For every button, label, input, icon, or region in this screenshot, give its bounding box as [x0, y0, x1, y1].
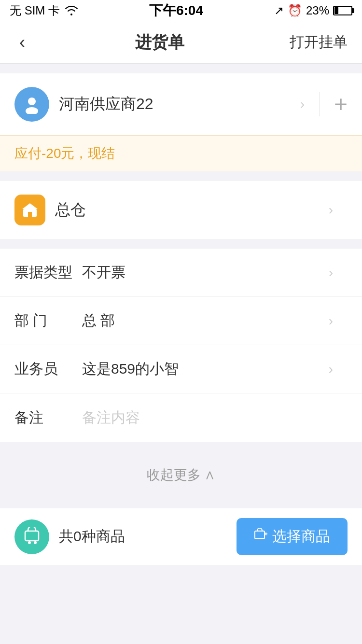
svg-rect-5 — [25, 531, 39, 541]
svg-point-7 — [34, 541, 37, 544]
salesperson-chevron: › — [329, 362, 333, 377]
svg-point-0 — [28, 98, 36, 105]
remark-row[interactable]: 备注 备注内容 — [0, 393, 362, 442]
warehouse-name: 总仓 — [55, 199, 329, 221]
product-icon-wrap — [14, 519, 49, 554]
supplier-row[interactable]: 河南供应商22 › + — [0, 73, 362, 135]
location-icon: ↗ — [274, 4, 284, 17]
invoice-type-value: 不开票 — [82, 263, 329, 282]
collapse-button[interactable]: 收起更多 ∧ — [0, 451, 362, 499]
add-cart-icon — [254, 528, 267, 542]
invoice-type-chevron: › — [329, 265, 333, 280]
add-supplier-button[interactable]: + — [334, 93, 348, 116]
alarm-icon: ⏰ — [288, 4, 302, 17]
vertical-divider — [319, 92, 320, 116]
salesperson-value: 这是859的小智 — [82, 359, 329, 379]
svg-rect-4 — [28, 212, 32, 217]
supplier-card: 河南供应商22 › + 应付-20元，现结 — [0, 73, 362, 171]
status-right: ↗ ⏰ 23% — [274, 4, 352, 17]
warehouse-row[interactable]: 总仓 › — [0, 181, 362, 239]
product-count-label: 共0种商品 — [59, 527, 237, 546]
carrier-label: 无 SIM 卡 — [10, 3, 60, 18]
select-product-icon — [254, 528, 267, 545]
collapse-label: 收起更多 ∧ — [147, 467, 216, 482]
supplier-name: 河南供应商22 — [59, 94, 300, 115]
notice-text: 应付-20元，现结 — [14, 146, 115, 161]
svg-point-1 — [26, 107, 38, 114]
select-product-button[interactable]: 选择商品 — [237, 518, 348, 555]
supplier-chevron-icon: › — [300, 97, 305, 112]
person-icon — [22, 95, 42, 114]
remark-label: 备注 — [14, 408, 82, 428]
svg-point-6 — [28, 541, 31, 544]
svg-rect-8 — [255, 531, 265, 539]
salesperson-label: 业务员 — [14, 359, 82, 379]
back-button[interactable]: ‹ — [14, 28, 30, 57]
wifi-icon — [65, 6, 78, 15]
status-left: 无 SIM 卡 — [10, 3, 78, 18]
cart-icon — [22, 527, 42, 546]
page-title: 进货单 — [135, 31, 184, 54]
invoice-type-label: 票据类型 — [14, 263, 82, 282]
notice-banner: 应付-20元，现结 — [0, 135, 362, 171]
battery-icon — [333, 6, 352, 15]
status-bar: 无 SIM 卡 下午6:04 ↗ ⏰ 23% — [0, 0, 362, 21]
remark-input[interactable]: 备注内容 — [82, 408, 348, 428]
department-row[interactable]: 部 门 总 部 › — [0, 297, 362, 345]
status-time: 下午6:04 — [149, 1, 203, 20]
department-label: 部 门 — [14, 311, 82, 331]
warehouse-chevron-icon: › — [329, 202, 333, 218]
salesperson-row[interactable]: 业务员 这是859的小智 › — [0, 345, 362, 393]
warehouse-icon-wrap — [14, 195, 45, 225]
invoice-type-row[interactable]: 票据类型 不开票 › — [0, 249, 362, 297]
nav-bar: ‹ 进货单 打开挂单 — [0, 21, 362, 64]
gap-1 — [0, 64, 362, 73]
open-pending-button[interactable]: 打开挂单 — [290, 32, 348, 52]
department-chevron: › — [329, 313, 333, 329]
department-value: 总 部 — [82, 311, 329, 331]
form-section: 票据类型 不开票 › 部 门 总 部 › 业务员 这是859的小智 › 备注 备… — [0, 249, 362, 442]
select-product-label: 选择商品 — [272, 527, 330, 546]
battery-label: 23% — [306, 4, 329, 17]
supplier-avatar — [14, 87, 49, 122]
warehouse-icon — [21, 201, 39, 219]
product-bar: 共0种商品 选择商品 — [0, 508, 362, 565]
svg-marker-3 — [22, 203, 38, 209]
